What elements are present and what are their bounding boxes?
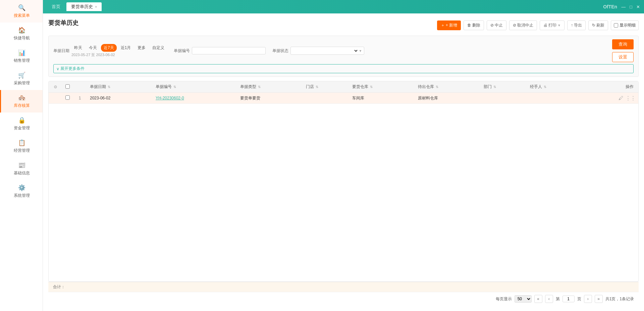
cancel-stop-icon: ⊘ bbox=[513, 23, 516, 28]
page-title: 要货单历史 bbox=[48, 19, 78, 27]
expand-more-btn[interactable]: ∨ 展开更多条件 bbox=[53, 64, 634, 73]
row-action: 🖊 ⋮⋮ bbox=[583, 93, 638, 104]
search-menu-icon: 🔍 bbox=[18, 4, 25, 11]
row-select-checkbox[interactable] bbox=[65, 95, 70, 100]
sort-doc-date-icon[interactable]: ⇅ bbox=[108, 85, 110, 89]
pagination: 每页显示 50 100 200 « ‹ 第 页 › » 共1页，1条记录 bbox=[48, 292, 639, 306]
date-filter-buttons: 昨天 今天 近7天 近1月 更多 自定义 bbox=[71, 44, 167, 52]
show-detail-checkbox-label[interactable]: 显示明细 bbox=[611, 20, 639, 30]
sort-req-warehouse-icon[interactable]: ⇅ bbox=[370, 85, 373, 89]
sidebar-item-finance[interactable]: 🔒 资金管理 bbox=[0, 113, 43, 135]
next-page-btn[interactable]: › bbox=[584, 295, 592, 303]
new-button[interactable]: ＋ + 新增 bbox=[437, 20, 461, 30]
prev-page-btn[interactable]: ‹ bbox=[545, 295, 553, 303]
topbar-right: OfTEn — □ ✕ bbox=[603, 4, 640, 9]
sort-doc-type-icon[interactable]: ⇅ bbox=[258, 85, 261, 89]
show-detail-checkbox[interactable] bbox=[614, 23, 618, 28]
query-button[interactable]: 查询 bbox=[612, 39, 634, 49]
filter-row-1: 单据日期 昨天 今天 近7天 近1月 更多 自定义 2023-05-27 至 2… bbox=[53, 39, 634, 62]
print-button[interactable]: 🖨 打印 ▼ bbox=[540, 20, 565, 30]
sidebar-item-system[interactable]: ⚙️ 系统管理 bbox=[0, 180, 43, 203]
table-row: 1 2023-06-02 YH-20230602-0 要货单要货 车间库 原材料… bbox=[49, 93, 638, 104]
sidebar-item-purchase[interactable]: 🛒 采购管理 bbox=[0, 68, 43, 90]
first-page-btn[interactable]: « bbox=[534, 295, 542, 303]
topbar: 首页 要货单历史 × OfTEn — □ ✕ bbox=[43, 0, 644, 13]
doc-number-filter-group: 单据编号 bbox=[174, 47, 266, 54]
table-footer: 合计： bbox=[48, 282, 639, 292]
row-edit-icon[interactable]: 🖊 bbox=[619, 95, 624, 101]
status-select-wrap: ▼ bbox=[290, 47, 364, 55]
sort-handler-icon[interactable]: ⇅ bbox=[544, 85, 546, 89]
row-more-icon[interactable]: ⋮⋮ bbox=[626, 95, 636, 101]
sidebar: 🔍 搜索菜单 🏠 快捷导航 📊 销售管理 🛒 采购管理 🏘️ 库存核算 🔒 资金… bbox=[0, 0, 43, 311]
tab-active[interactable]: 要货单历史 × bbox=[66, 2, 102, 11]
purchase-icon: 🛒 bbox=[18, 72, 25, 79]
status-select[interactable] bbox=[291, 47, 359, 54]
col-checkbox bbox=[62, 81, 73, 93]
date-btn-last7days[interactable]: 近7天 bbox=[101, 44, 117, 52]
select-all-checkbox[interactable] bbox=[65, 84, 70, 89]
print-dropdown-icon: ▼ bbox=[557, 24, 561, 27]
stop-button[interactable]: ⊘ 中止 bbox=[487, 20, 506, 30]
sidebar-item-inventory[interactable]: 🏘️ 库存核算 bbox=[0, 90, 43, 113]
row-doc-type: 要货单要货 bbox=[237, 93, 303, 104]
date-btn-yesterday[interactable]: 昨天 bbox=[71, 44, 85, 52]
row-doc-date: 2023-06-02 bbox=[87, 93, 152, 104]
refresh-button[interactable]: ↻ 刷新 bbox=[588, 20, 608, 30]
maximize-btn[interactable]: □ bbox=[630, 4, 632, 9]
delete-button[interactable]: 🗑 删除 bbox=[464, 20, 484, 30]
page-number-input[interactable] bbox=[562, 296, 575, 302]
last-page-btn[interactable]: » bbox=[595, 295, 603, 303]
sidebar-item-basic[interactable]: 📰 基础信息 bbox=[0, 158, 43, 180]
date-btn-today[interactable]: 今天 bbox=[86, 44, 100, 52]
sidebar-item-ops[interactable]: 📋 经营管理 bbox=[0, 135, 43, 158]
tab-home[interactable]: 首页 bbox=[47, 2, 65, 11]
col-req-warehouse: 要货仓库 ⇅ bbox=[349, 81, 415, 93]
setting-button[interactable]: 设置 bbox=[612, 52, 634, 62]
table-settings-icon[interactable]: ⚙ bbox=[54, 85, 57, 89]
tab-close-icon[interactable]: × bbox=[95, 5, 97, 9]
col-doc-type: 单据类型 ⇅ bbox=[237, 81, 303, 93]
inventory-icon: 🏘️ bbox=[18, 94, 25, 101]
col-store: 门店 ⇅ bbox=[303, 81, 349, 93]
stop-icon: ⊘ bbox=[490, 23, 494, 28]
brand-label: OfTEn bbox=[603, 4, 617, 9]
row-dept bbox=[480, 93, 527, 104]
per-page-select[interactable]: 50 100 200 bbox=[515, 295, 532, 303]
doc-no-link[interactable]: YH-20230602-0 bbox=[156, 96, 184, 100]
page-content: 要货单历史 ＋ + 新增 🗑 删除 ⊘ 中止 ⊘ 取消中止 bbox=[43, 13, 644, 311]
sidebar-item-sales[interactable]: 📊 销售管理 bbox=[0, 45, 43, 68]
col-doc-date: 单据日期 ⇅ bbox=[87, 81, 152, 93]
sidebar-item-quicknav[interactable]: 🏠 快捷导航 bbox=[0, 23, 43, 45]
sort-pending-warehouse-icon[interactable]: ⇅ bbox=[436, 85, 438, 89]
date-btn-more[interactable]: 更多 bbox=[135, 44, 148, 52]
delete-icon: 🗑 bbox=[467, 23, 471, 28]
row-doc-no: YH-20230602-0 bbox=[152, 93, 237, 104]
col-handler: 经手人 ⇅ bbox=[527, 81, 583, 93]
ops-icon: 📋 bbox=[18, 139, 25, 146]
date-btn-lastmonth[interactable]: 近1月 bbox=[118, 44, 134, 52]
row-store bbox=[303, 93, 349, 104]
sort-doc-no-icon[interactable]: ⇅ bbox=[173, 85, 176, 89]
status-filter-group: 单据状态 ▼ bbox=[272, 47, 364, 55]
minimize-btn[interactable]: — bbox=[621, 4, 626, 9]
sidebar-item-search[interactable]: 🔍 搜索菜单 bbox=[0, 0, 43, 23]
basic-icon: 📰 bbox=[18, 162, 25, 169]
cancel-stop-button[interactable]: ⊘ 取消中止 bbox=[509, 20, 537, 30]
sort-dept-icon[interactable]: ⇅ bbox=[493, 85, 496, 89]
new-icon: ＋ bbox=[441, 23, 445, 28]
action-icons: 🖊 ⋮⋮ bbox=[586, 95, 636, 101]
col-num bbox=[73, 81, 87, 93]
toolbar: ＋ + 新增 🗑 删除 ⊘ 中止 ⊘ 取消中止 🖨 打印 bbox=[437, 20, 639, 30]
row-num: 1 bbox=[73, 93, 87, 104]
expand-icon: ∨ bbox=[56, 66, 59, 71]
status-dropdown-icon: ▼ bbox=[359, 49, 364, 53]
export-button[interactable]: ↑ 导出 bbox=[567, 20, 586, 30]
sort-store-icon[interactable]: ⇅ bbox=[316, 85, 318, 89]
refresh-icon: ↻ bbox=[592, 23, 595, 28]
doc-number-input[interactable] bbox=[192, 47, 266, 54]
filter-actions: 查询 设置 bbox=[612, 39, 634, 62]
date-btn-custom[interactable]: 自定义 bbox=[150, 44, 167, 52]
finance-icon: 🔒 bbox=[18, 117, 25, 124]
close-window-btn[interactable]: ✕ bbox=[636, 4, 640, 9]
